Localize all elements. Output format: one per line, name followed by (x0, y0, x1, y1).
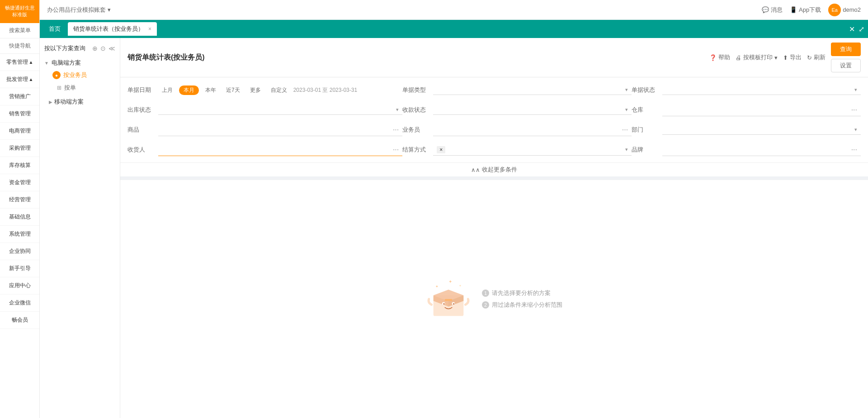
right-buttons: 查询 设置 (831, 43, 861, 72)
collection-status-chevron-icon: ▾ (625, 107, 628, 113)
sidebar-item-vip[interactable]: 畅会员 (0, 312, 39, 329)
sidebar-item-finance[interactable]: 资金管理 (0, 174, 39, 191)
desktop-scheme-group: ▼ 电脑端方案 ● 按业务员 ⊞ 按单 (40, 55, 120, 96)
messages-label: 消息 (771, 6, 783, 14)
template-print-button[interactable]: 🖨 按模板打印 ▾ (736, 53, 778, 62)
sidebar-item-enterprise[interactable]: 企业协同 (0, 243, 39, 260)
empty-state: ✦ ✦ ✦ 1 请先选择要分析的方案 2 用过滤条件来缩小分析范围 (120, 180, 868, 418)
user-profile[interactable]: Ea demo2 (828, 4, 861, 16)
print-chevron-icon: ▾ (774, 54, 778, 61)
scheme-salesman-icon: ● (52, 71, 61, 79)
warehouse-field: 仓库 ··· (632, 103, 861, 117)
app-icon: 📱 (790, 6, 797, 13)
breadcrumb-dropdown[interactable]: 办公用品行业模拟账套 ▾ (47, 6, 111, 14)
sidebar-item-inventory[interactable]: 库存核算 (0, 157, 39, 174)
doc-status-input[interactable]: ▾ (662, 85, 861, 95)
sidebar-logo[interactable]: 畅捷通好生意 标准版 (0, 0, 39, 23)
tab-bar: 首页 销货单统计表（按业务员） × ✕ ⤢ (40, 20, 868, 38)
tab-sales-stat-label: 销货单统计表（按业务员） (73, 25, 144, 33)
settings-button[interactable]: 设置 (831, 59, 861, 72)
sidebar-item-system[interactable]: 系统管理 (0, 226, 39, 243)
doc-type-input[interactable]: ▾ (433, 85, 632, 95)
sidebar-item-newbie[interactable]: 新手引导 (0, 260, 39, 277)
tab-close-window-icon[interactable]: ✕ (849, 25, 855, 33)
doc-status-field: 单据状态 ▾ (632, 83, 861, 97)
print-icon: 🖨 (736, 54, 741, 61)
mobile-scheme-group[interactable]: ▶ 移动端方案 (40, 96, 120, 108)
goods-input[interactable]: ··· (158, 124, 402, 136)
collapse-button[interactable]: ∧∧ 收起更多条件 (471, 166, 517, 174)
sidebar-item-wechat[interactable]: 企业微信 (0, 294, 39, 312)
tab-expand-icon[interactable]: ⤢ (859, 25, 864, 33)
sidebar-search[interactable]: 搜索菜单 (0, 23, 39, 38)
refresh-label: 刷新 (814, 53, 826, 62)
export-button[interactable]: ⬆ 导出 (783, 53, 802, 62)
breadcrumb-text: 办公用品行业模拟账套 (47, 6, 106, 14)
help-button[interactable]: ❓ 帮助 (709, 53, 730, 62)
payment-label: 结算方式 (402, 146, 429, 154)
left-panel-title: 按以下方案查询 (44, 44, 85, 52)
collapse-label: 收起更多条件 (482, 166, 517, 174)
desktop-scheme-header[interactable]: ▼ 电脑端方案 (40, 57, 120, 69)
tab-close-icon[interactable]: × (148, 26, 151, 32)
date-btn-7days[interactable]: 近7天 (222, 86, 244, 95)
avatar: Ea (828, 4, 841, 16)
export-label: 导出 (790, 53, 802, 62)
empty-text: 1 请先选择要分析的方案 2 用过滤条件来缩小分析范围 (482, 287, 562, 311)
consignee-field: 收货人 ··· (127, 142, 402, 157)
payment-tag: × (437, 146, 445, 153)
payment-input[interactable]: × ▾ (433, 144, 632, 156)
consignee-input[interactable]: ··· (158, 144, 402, 156)
retail-arrow-icon: ▲ (29, 60, 33, 65)
date-btn-this-month[interactable]: 本月 (179, 86, 199, 95)
salesman-field: 业务员 ··· (402, 123, 632, 137)
sidebar-item-purchase[interactable]: 采购管理 (0, 140, 39, 157)
payment-chevron-icon: ▾ (625, 147, 628, 152)
sidebar-item-sales[interactable]: 销售管理 (0, 105, 39, 123)
scheme-order-label: 按单 (64, 84, 76, 92)
sidebar-item-marketing[interactable]: 营销推广 (0, 88, 39, 105)
page-content: 按以下方案查询 ⊕ ⊙ ≪ ▼ 电脑端方案 ● 按业务员 ⊞ 按 (40, 38, 868, 418)
left-panel: 按以下方案查询 ⊕ ⊙ ≪ ▼ 电脑端方案 ● 按业务员 ⊞ 按 (40, 38, 120, 418)
help-label: 帮助 (718, 53, 730, 62)
collection-status-input[interactable]: ▾ (433, 105, 632, 115)
sidebar-item-wholesale[interactable]: 批发管理 ▲ (0, 71, 39, 88)
date-btn-last-month[interactable]: 上月 (158, 86, 176, 95)
out-status-input[interactable]: ▾ (158, 105, 402, 115)
sidebar-item-ecommerce[interactable]: 电商管理 (0, 123, 39, 140)
tab-sales-stat[interactable]: 销货单统计表（按业务员） × (68, 22, 157, 36)
out-status-field: 出库状态 ▾ (127, 103, 402, 117)
sidebar-item-retail[interactable]: 零售管理 ▲ (0, 54, 39, 71)
mobile-group-label: 移动端方案 (54, 98, 84, 106)
empty-illustration: ✦ ✦ ✦ (426, 276, 471, 322)
salesman-input[interactable]: ··· (433, 124, 632, 136)
sidebar-nav[interactable]: 快捷导航 (0, 38, 39, 54)
help-icon: ❓ (709, 54, 717, 61)
collapse-panel-icon[interactable]: ≪ (108, 45, 115, 52)
department-chevron-icon: ▾ (854, 127, 857, 133)
department-input[interactable]: ▾ (662, 125, 861, 135)
scheme-item-by-salesman[interactable]: ● 按业务员 (40, 69, 120, 81)
tab-home[interactable]: 首页 (43, 22, 66, 36)
add-scheme-icon[interactable]: ⊕ (92, 45, 98, 52)
date-btn-more[interactable]: 更多 (246, 86, 264, 95)
query-button[interactable]: 查询 (831, 43, 861, 56)
sidebar-item-basic[interactable]: 基础信息 (0, 209, 39, 226)
date-btn-custom[interactable]: 自定义 (267, 86, 291, 95)
scheme-item-by-order[interactable]: ⊞ 按单 (40, 81, 120, 94)
consignee-label: 收货人 (127, 146, 155, 154)
doc-status-label: 单据状态 (632, 86, 659, 94)
wholesale-arrow-icon: ▲ (29, 77, 33, 82)
date-range-text: 2023-03-01 至 2023-03-31 (293, 86, 357, 94)
brand-input[interactable]: ··· (662, 144, 861, 156)
sidebar-item-apps[interactable]: 应用中心 (0, 277, 39, 294)
messages-button[interactable]: 💬 消息 (762, 6, 783, 14)
doc-type-chevron-icon: ▾ (625, 87, 628, 93)
settings-scheme-icon[interactable]: ⊙ (100, 45, 106, 52)
out-status-chevron-icon: ▾ (396, 107, 399, 113)
refresh-button[interactable]: ↻ 刷新 (807, 53, 826, 62)
warehouse-input[interactable]: ··· (662, 104, 861, 116)
app-download-button[interactable]: 📱 App下载 (790, 6, 821, 14)
sidebar-item-operation[interactable]: 经营管理 (0, 191, 39, 209)
date-btn-this-year[interactable]: 本年 (202, 86, 220, 95)
